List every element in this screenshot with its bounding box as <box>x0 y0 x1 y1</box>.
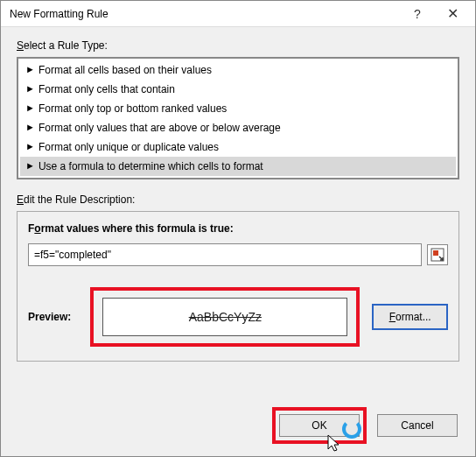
rule-type-item[interactable]: ► Format all cells based on their values <box>20 60 456 80</box>
rule-type-text: Use a formula to determine which cells t… <box>38 160 263 172</box>
formula-title: Format values where this formula is true… <box>28 222 448 235</box>
ok-highlight: OK <box>272 407 367 444</box>
range-selector-icon <box>430 248 444 262</box>
rule-type-item[interactable]: ► Format only cells that contain <box>20 80 456 99</box>
bullet-icon: ► <box>25 83 35 94</box>
dialog-body: Select a Rule Type: ► Format all cells b… <box>1 27 475 370</box>
rule-type-item[interactable]: ► Format only unique or duplicate values <box>20 137 456 157</box>
edit-description-label: Edit the Rule Description: <box>17 193 459 206</box>
preview-sample: AaBbCcYyZz <box>102 298 347 336</box>
bullet-icon: ► <box>25 160 35 171</box>
rule-type-label: Select a Rule Type: <box>17 39 459 52</box>
rule-type-item[interactable]: ► Format only top or bottom ranked value… <box>20 99 456 118</box>
preview-highlight: AaBbCcYyZz <box>90 287 360 347</box>
rule-type-list: ► Format all cells based on their values… <box>17 57 459 179</box>
rule-type-text: Format only unique or duplicate values <box>38 141 219 153</box>
bullet-icon: ► <box>25 102 35 113</box>
rule-type-text: Format only cells that contain <box>38 83 175 95</box>
formula-input[interactable] <box>28 243 422 266</box>
rule-type-item[interactable]: ► Use a formula to determine which cells… <box>20 157 456 176</box>
rule-type-text: Format only top or bottom ranked values <box>38 102 227 115</box>
rule-type-text: Format only values that are above or bel… <box>38 122 281 134</box>
svg-rect-1 <box>433 250 438 256</box>
window-title: New Formatting Rule <box>10 8 400 20</box>
close-button[interactable]: ✕ <box>435 2 470 26</box>
formula-row <box>28 243 448 266</box>
preview-row: Preview: AaBbCcYyZz Format... <box>28 287 448 347</box>
dialog-buttons: OK Cancel <box>272 407 458 444</box>
range-selector-button[interactable] <box>427 244 448 265</box>
rule-type-item[interactable]: ► Format only values that are above or b… <box>20 118 456 137</box>
description-box: Format values where this formula is true… <box>17 211 459 362</box>
rule-type-text: Format all cells based on their values <box>38 64 212 76</box>
cancel-button[interactable]: Cancel <box>377 414 458 437</box>
bullet-icon: ► <box>25 141 35 151</box>
ok-button[interactable]: OK <box>279 414 360 437</box>
dialog-new-formatting-rule: New Formatting Rule ? ✕ Select a Rule Ty… <box>0 0 476 457</box>
bullet-icon: ► <box>25 64 35 74</box>
titlebar: New Formatting Rule ? ✕ <box>1 1 475 27</box>
format-button[interactable]: Format... <box>372 304 448 330</box>
bullet-icon: ► <box>25 122 35 132</box>
preview-label: Preview: <box>28 311 78 323</box>
help-button[interactable]: ? <box>400 2 435 26</box>
